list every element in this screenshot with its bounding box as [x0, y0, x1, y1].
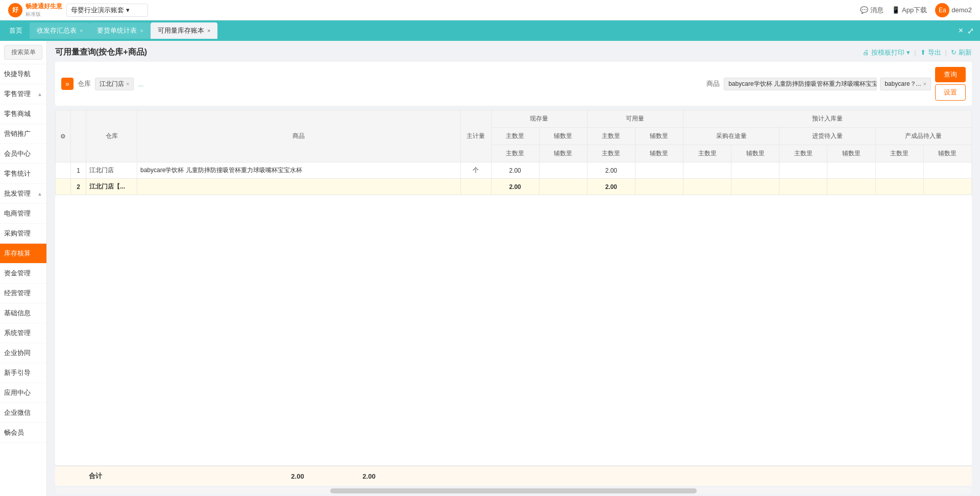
refresh-label: 刷新	[959, 48, 972, 57]
th-sm2: 主数里	[491, 145, 539, 162]
settings-icon[interactable]: ⚙	[60, 133, 66, 140]
sidebar-item-basic[interactable]: 基础信息	[0, 303, 46, 323]
th-is: 辅数里	[827, 145, 875, 162]
sidebar-item-wholesale[interactable]: 批发管理 ▲	[0, 184, 46, 204]
st-stock-main: 2.00	[491, 179, 539, 195]
product-tag-2-close[interactable]: ×	[923, 81, 926, 87]
sidebar-item-ops[interactable]: 经营管理	[0, 284, 46, 303]
sidebar-item-ecommerce[interactable]: 电商管理	[0, 204, 46, 224]
tab-available[interactable]: 可用量库存账本 ×	[151, 22, 217, 39]
st-incoming-main	[779, 179, 827, 195]
sidebar-item-system[interactable]: 系统管理	[0, 323, 46, 343]
th-incoming-group: 进货待入量	[779, 128, 875, 145]
sidebar-item-appstore[interactable]: 应用中心	[0, 383, 46, 403]
sidebar-item-marketing[interactable]: 营销推广	[0, 124, 46, 144]
separator-1: |	[914, 49, 916, 56]
horizontal-scrollbar[interactable]	[55, 488, 972, 494]
th-available-main: 主数里	[587, 128, 635, 145]
query-btn[interactable]: 查询	[935, 67, 966, 82]
st-stock-sub	[539, 179, 587, 195]
app-icon: 📱	[892, 6, 900, 14]
subtotal-row: 2 江北门店【... 2.00 2.00	[56, 179, 972, 195]
refresh-btn[interactable]: ↻ 刷新	[951, 48, 972, 57]
sidebar-finance-label: 资金管理	[4, 269, 31, 278]
scrollbar-thumb[interactable]	[330, 488, 697, 493]
export-label: 导出	[928, 48, 941, 57]
td-production-main	[875, 162, 923, 179]
sidebar-ops-label: 经营管理	[4, 289, 31, 298]
product-tag-1-value: babycare学饮杯 儿童防摔防撞吸管杯重力球吸嘴杯宝宝水杯	[728, 80, 877, 88]
sidebar-search-btn[interactable]: 搜索菜单	[4, 45, 42, 60]
th-warehouse: 仓库	[86, 110, 137, 162]
warehouse-tag-close[interactable]: ×	[126, 81, 129, 87]
sidebar: 搜索菜单 快捷导航 零售管理 ▲ 零售商城 营销推广 会员中心 零售统计 批发管…	[0, 41, 47, 496]
print-btn[interactable]: 🖨 按模板打印 ▾	[863, 48, 910, 57]
sidebar-system-label: 系统管理	[4, 328, 31, 338]
sidebar-item-purchase[interactable]: 采购管理	[0, 224, 46, 244]
set-btn[interactable]: 设置	[935, 84, 966, 101]
tab-order-close[interactable]: ×	[140, 28, 143, 34]
sidebar-basic-label: 基础信息	[4, 309, 31, 318]
tab-available-close[interactable]: ×	[207, 28, 210, 34]
sidebar-item-retail-stat[interactable]: 零售统计	[0, 164, 46, 184]
close-all-tabs-btn[interactable]: ×	[959, 26, 963, 35]
th-am2: 主数里	[587, 145, 635, 162]
sidebar-retail-label: 零售管理	[4, 89, 31, 99]
th-ss2: 辅数里	[539, 145, 587, 162]
tab-available-label: 可用量库存账本	[158, 26, 204, 35]
tab-receipt[interactable]: 收发存汇总表 ×	[30, 22, 90, 39]
sidebar-item-shortcut[interactable]: 快捷导航	[0, 64, 46, 84]
message-btn[interactable]: 💬 消息	[860, 6, 884, 15]
sidebar-item-finance[interactable]: 资金管理	[0, 264, 46, 284]
filter-action-buttons: 查询 设置	[935, 67, 966, 101]
tenant-name: 母婴行业演示账套	[71, 6, 124, 15]
sidebar-item-shop[interactable]: 零售商城	[0, 104, 46, 124]
th-im: 主数里	[779, 145, 827, 162]
th-num	[71, 110, 86, 162]
td-available-main: 2.00	[587, 162, 635, 179]
tenant-selector[interactable]: 母婴行业演示账套 ▾	[66, 4, 148, 17]
sidebar-wholesale-label: 批发管理	[4, 189, 31, 198]
sidebar-item-inventory[interactable]: 库存核算	[0, 244, 46, 264]
logo-info: 畅捷通好生意 标准版	[26, 2, 62, 18]
st-unit	[460, 179, 491, 195]
st-incoming-sub	[827, 179, 875, 195]
td-stock-sub	[539, 162, 587, 179]
warehouse-tag: 江北门店 ×	[95, 78, 134, 90]
td-product: babycare学饮杯 儿童防摔防撞吸管杯重力球吸嘴杯宝宝水杯	[137, 162, 461, 179]
maximize-btn[interactable]: ⤢	[967, 26, 974, 36]
sidebar-newbie-label: 新手引导	[4, 368, 31, 377]
message-icon: 💬	[860, 6, 868, 14]
refresh-icon: ↻	[951, 49, 957, 56]
warehouse-tag-value: 江北门店	[100, 80, 124, 88]
tab-receipt-close[interactable]: ×	[80, 28, 83, 34]
print-label: 按模板打印	[871, 48, 904, 57]
sidebar-enterprise-label: 企业协同	[4, 348, 31, 358]
tab-home[interactable]: 首页	[2, 22, 30, 39]
sidebar-item-vip[interactable]: 畅会员	[0, 423, 46, 443]
chevron-down-icon: ▾	[126, 6, 130, 14]
sidebar-item-newbie[interactable]: 新手引导	[0, 363, 46, 383]
sidebar-retail-stat-label: 零售统计	[4, 169, 31, 178]
user-avatar-btn[interactable]: Ea demo2	[935, 3, 972, 17]
sidebar-item-enterprise[interactable]: 企业协同	[0, 343, 46, 363]
export-icon: ⬆	[920, 49, 926, 56]
sidebar-item-retail[interactable]: 零售管理 ▲	[0, 84, 46, 104]
td-incoming-main	[779, 162, 827, 179]
export-btn[interactable]: ⬆ 导出	[920, 48, 941, 57]
td-stock-main: 2.00	[491, 162, 539, 179]
chevron-icon: ▲	[37, 91, 42, 97]
sidebar-item-wechat[interactable]: 企业微信	[0, 403, 46, 423]
sidebar-shortcut-label: 快捷导航	[4, 69, 31, 79]
sidebar-item-member[interactable]: 会员中心	[0, 144, 46, 164]
filter-more-btn[interactable]: ...	[138, 80, 143, 88]
separator-2: |	[945, 49, 947, 56]
th-stock-group: 现存量	[491, 110, 587, 128]
filter-toggle-btn[interactable]: »	[61, 78, 74, 90]
td-settings	[56, 162, 71, 179]
table-row: 1 江北门店 babycare学饮杯 儿童防摔防撞吸管杯重力球吸嘴杯宝宝水杯 个…	[56, 162, 972, 179]
tab-order[interactable]: 要货单统计表 ×	[90, 22, 150, 39]
app-download-btn[interactable]: 📱 App下载	[892, 6, 927, 15]
th-pm: 主数里	[683, 145, 731, 162]
sidebar-wechat-label: 企业微信	[4, 408, 31, 417]
